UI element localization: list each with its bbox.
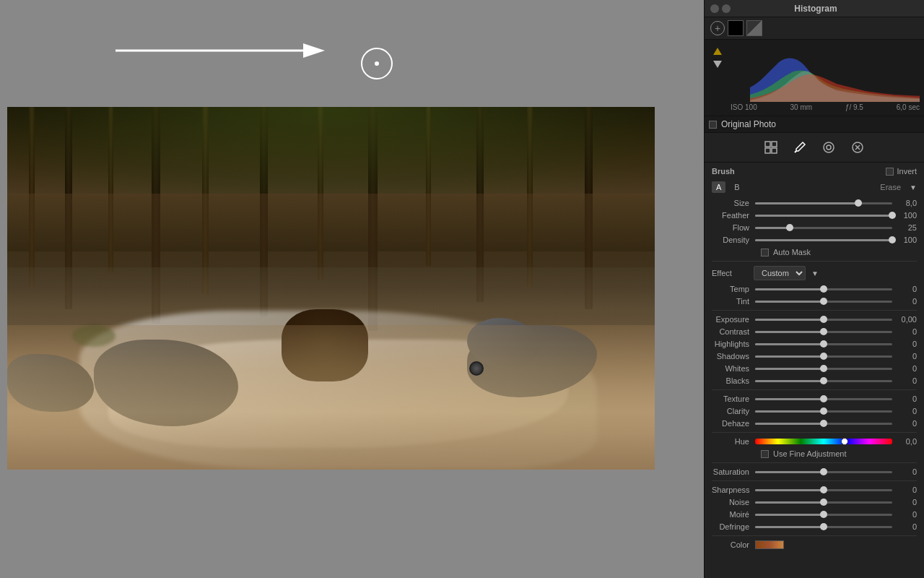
brush-tab-a[interactable]: A bbox=[712, 181, 725, 193]
original-photo-label: Original Photo bbox=[721, 119, 776, 129]
black-swatch[interactable] bbox=[728, 20, 744, 36]
noise-slider[interactable] bbox=[755, 501, 892, 504]
brush-header: Brush Invert bbox=[712, 167, 917, 176]
highlights-slider-row: Highlights 0 bbox=[712, 340, 917, 348]
brush-cursor bbox=[361, 48, 393, 79]
original-photo-checkbox[interactable] bbox=[709, 121, 717, 129]
photo-wrapper bbox=[0, 107, 704, 470]
hue-value: 0,0 bbox=[892, 437, 917, 446]
hsl-tool[interactable] bbox=[849, 139, 866, 156]
shadows-slider-row: Shadows 0 bbox=[712, 352, 917, 361]
title-bar-buttons bbox=[710, 4, 731, 13]
divider-5 bbox=[712, 462, 917, 463]
blacks-value: 0 bbox=[892, 376, 917, 385]
temp-label: Temp bbox=[712, 285, 755, 293]
flow-slider[interactable] bbox=[755, 227, 892, 229]
dehaze-label: Dehaze bbox=[712, 419, 755, 428]
contrast-label: Contrast bbox=[712, 327, 755, 336]
invert-checkbox[interactable] bbox=[886, 168, 894, 176]
histogram-info-icon bbox=[713, 60, 722, 70]
tools-row bbox=[705, 133, 924, 163]
feather-slider-row: Feather 100 bbox=[712, 211, 917, 220]
svg-rect-4 bbox=[765, 142, 770, 147]
whites-label: Whites bbox=[712, 364, 755, 373]
brush-tabs: A B Erase ▼ bbox=[712, 181, 917, 193]
sharpness-value: 0 bbox=[892, 486, 917, 494]
saturation-slider[interactable] bbox=[755, 471, 892, 473]
temp-slider[interactable] bbox=[755, 288, 892, 290]
texture-value: 0 bbox=[892, 394, 917, 403]
svg-rect-7 bbox=[772, 148, 777, 153]
original-photo-row: Original Photo bbox=[705, 116, 924, 133]
auto-mask-row: Auto Mask bbox=[761, 248, 917, 256]
svg-point-9 bbox=[824, 142, 834, 152]
add-panel-button[interactable]: + bbox=[710, 21, 725, 35]
panel-title: Histogram bbox=[794, 4, 837, 14]
shutter-label: 6,0 sec bbox=[897, 103, 920, 111]
histogram-section: ISO 100 30 mm ƒ/ 9.5 6,0 sec bbox=[705, 40, 924, 116]
size-slider[interactable] bbox=[755, 202, 892, 204]
moire-slider-row: Moiré 0 bbox=[712, 510, 917, 519]
clarity-value: 0 bbox=[892, 407, 917, 415]
blacks-slider[interactable] bbox=[755, 380, 892, 382]
use-fine-checkbox[interactable] bbox=[761, 450, 769, 458]
dehaze-slider[interactable] bbox=[755, 423, 892, 425]
arrow-annotation bbox=[108, 22, 339, 79]
size-value: 8,0 bbox=[892, 199, 917, 207]
tint-slider-row: Tint 0 bbox=[712, 297, 917, 306]
clarity-label: Clarity bbox=[712, 407, 755, 415]
saturation-label: Saturation bbox=[712, 467, 755, 476]
moire-label: Moiré bbox=[712, 510, 755, 519]
feather-slider[interactable] bbox=[755, 215, 892, 217]
minimize-button[interactable] bbox=[710, 4, 719, 13]
texture-slider[interactable] bbox=[755, 398, 892, 400]
tint-label: Tint bbox=[712, 297, 755, 306]
dehaze-slider-row: Dehaze 0 bbox=[712, 419, 917, 428]
defringe-slider-row: Defringe 0 bbox=[712, 522, 917, 531]
brush-tab-b[interactable]: B bbox=[730, 181, 744, 193]
histogram-meta: ISO 100 30 mm ƒ/ 9.5 6,0 sec bbox=[731, 103, 920, 111]
whites-slider[interactable] bbox=[755, 368, 892, 370]
hue-label: Hue bbox=[712, 437, 755, 446]
contrast-slider-row: Contrast 0 bbox=[712, 327, 917, 336]
shadows-value: 0 bbox=[892, 352, 917, 361]
use-fine-row: Use Fine Adjustment bbox=[761, 449, 917, 458]
maximize-button[interactable] bbox=[722, 4, 731, 13]
clarity-slider[interactable] bbox=[755, 410, 892, 413]
svg-point-10 bbox=[827, 145, 831, 150]
sharpness-slider[interactable] bbox=[755, 489, 892, 491]
auto-mask-checkbox[interactable] bbox=[761, 249, 769, 256]
effect-dropdown-arrow[interactable]: ▼ bbox=[811, 269, 819, 277]
defringe-slider[interactable] bbox=[755, 526, 892, 528]
brush-cursor-dot bbox=[375, 61, 379, 66]
gradient-tool[interactable] bbox=[820, 139, 837, 156]
tint-slider[interactable] bbox=[755, 301, 892, 303]
density-slider[interactable] bbox=[755, 239, 892, 241]
divider-1 bbox=[712, 261, 917, 262]
color-row: Color bbox=[712, 540, 917, 549]
svg-marker-2 bbox=[713, 48, 722, 55]
feather-label: Feather bbox=[712, 211, 755, 220]
hue-slider[interactable] bbox=[755, 439, 892, 444]
contrast-slider[interactable] bbox=[755, 331, 892, 333]
defringe-value: 0 bbox=[892, 522, 917, 531]
mask-swatch[interactable] bbox=[746, 20, 762, 36]
brush-tab-erase[interactable]: Erase bbox=[876, 181, 905, 193]
noise-slider-row: Noise 0 bbox=[712, 498, 917, 506]
blacks-label: Blacks bbox=[712, 376, 755, 385]
shadows-slider[interactable] bbox=[755, 355, 892, 358]
highlights-slider[interactable] bbox=[755, 343, 892, 345]
svg-rect-5 bbox=[772, 142, 777, 147]
exposure-slider[interactable] bbox=[755, 319, 892, 321]
target-adjust-tool[interactable] bbox=[762, 139, 780, 156]
photo-canvas[interactable] bbox=[7, 107, 655, 470]
effect-select[interactable]: Custom bbox=[754, 266, 806, 280]
brush-dropdown-arrow[interactable]: ▼ bbox=[910, 184, 917, 191]
brush-tool[interactable] bbox=[791, 139, 808, 156]
temp-value: 0 bbox=[892, 285, 917, 293]
use-fine-label: Use Fine Adjustment bbox=[773, 449, 847, 458]
exposure-slider-row: Exposure 0,00 bbox=[712, 315, 917, 324]
moire-slider[interactable] bbox=[755, 514, 892, 516]
color-swatch[interactable] bbox=[755, 540, 784, 549]
flow-label: Flow bbox=[712, 223, 755, 232]
